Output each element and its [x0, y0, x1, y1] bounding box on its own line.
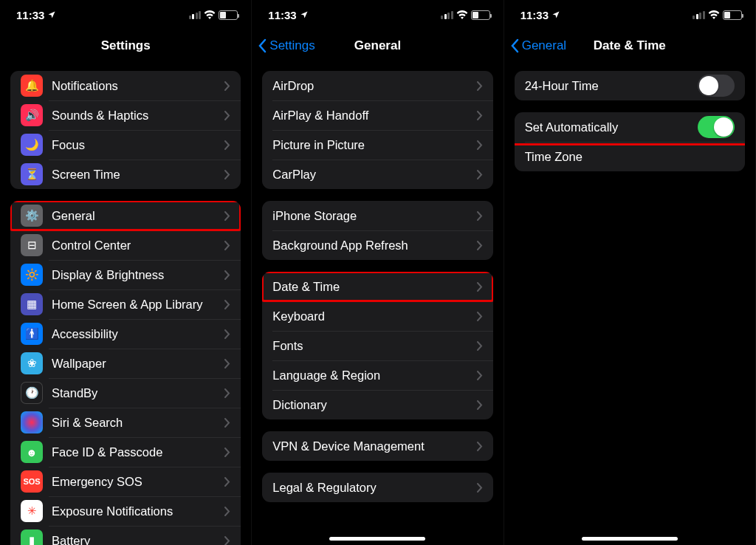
- row-dictionary[interactable]: Dictionary: [262, 390, 492, 419]
- chevron-right-icon: [224, 418, 230, 428]
- signal-icon: [693, 11, 705, 19]
- row-label: CarPlay: [272, 168, 476, 182]
- row-screen-time[interactable]: ⏳ Screen Time: [10, 160, 241, 189]
- date-time-list[interactable]: 24-Hour Time Set Automatically Time Zone: [504, 62, 755, 545]
- signal-icon: [441, 11, 453, 19]
- wifi-icon: [708, 10, 720, 19]
- row-pip[interactable]: Picture in Picture: [262, 130, 492, 160]
- row-home-screen[interactable]: ▦ Home Screen & App Library: [10, 289, 241, 319]
- chevron-right-icon: [224, 388, 230, 398]
- row-label: General: [52, 209, 224, 223]
- row-label: Picture in Picture: [272, 138, 476, 152]
- page-title: Settings: [101, 38, 151, 53]
- row-keyboard[interactable]: Keyboard: [262, 301, 492, 331]
- group-auto: Set Automatically Time Zone: [515, 112, 745, 171]
- row-airdrop[interactable]: AirDrop: [262, 71, 492, 100]
- row-standby[interactable]: 🕐 StandBy: [10, 378, 241, 408]
- row-24-hour-time[interactable]: 24-Hour Time: [515, 71, 745, 100]
- status-time: 11:33: [16, 9, 44, 21]
- general-list[interactable]: AirDrop AirPlay & Handoff Picture in Pic…: [252, 62, 503, 545]
- toggle-set-automatically[interactable]: [698, 116, 735, 138]
- row-label: Fonts: [272, 339, 476, 353]
- row-set-automatically[interactable]: Set Automatically: [515, 112, 745, 142]
- row-time-zone[interactable]: Time Zone: [515, 142, 745, 171]
- row-label: AirPlay & Handoff: [272, 109, 476, 123]
- battery-row-icon: ▮: [21, 529, 43, 545]
- back-button[interactable]: General: [510, 30, 566, 62]
- row-label: Screen Time: [52, 168, 224, 182]
- chevron-right-icon: [224, 140, 230, 150]
- chevron-right-icon: [477, 282, 483, 292]
- row-face-id[interactable]: ☻ Face ID & Passcode: [10, 437, 241, 467]
- home-indicator[interactable]: [329, 537, 425, 541]
- chevron-right-icon: [477, 81, 483, 91]
- chevron-right-icon: [477, 400, 483, 410]
- pane-date-time: 11:33 6 General Date & Time 24-Hour Time…: [504, 0, 756, 545]
- row-language-region[interactable]: Language & Region: [262, 360, 492, 390]
- status-bar: 11:33 6: [504, 0, 755, 30]
- chevron-right-icon: [224, 300, 230, 309]
- row-emergency-sos[interactable]: SOS Emergency SOS: [10, 467, 241, 496]
- row-label: Dictionary: [272, 398, 476, 412]
- status-bar: 11:33 6: [0, 0, 251, 30]
- wifi-icon: [456, 10, 468, 19]
- row-accessibility[interactable]: 🚹 Accessibility: [10, 319, 241, 349]
- row-label: Date & Time: [272, 280, 476, 294]
- row-fonts[interactable]: Fonts: [262, 331, 492, 360]
- home-screen-icon: ▦: [21, 293, 43, 315]
- back-button[interactable]: Settings: [258, 30, 315, 62]
- notifications-icon: 🔔: [21, 75, 43, 97]
- row-label: Language & Region: [272, 369, 476, 383]
- wallpaper-icon: ❀: [21, 352, 43, 374]
- row-legal[interactable]: Legal & Regulatory: [262, 473, 492, 502]
- chevron-right-icon: [477, 111, 483, 120]
- row-label: Background App Refresh: [272, 239, 476, 253]
- row-background-refresh[interactable]: Background App Refresh: [262, 230, 492, 260]
- chevron-right-icon: [477, 241, 483, 250]
- row-vpn[interactable]: VPN & Device Management: [262, 431, 492, 461]
- location-icon: [47, 10, 56, 19]
- page-title: Date & Time: [594, 38, 666, 53]
- chevron-right-icon: [224, 211, 230, 221]
- row-control-center[interactable]: ⊟ Control Center: [10, 230, 241, 260]
- row-display-brightness[interactable]: 🔆 Display & Brightness: [10, 260, 241, 289]
- row-carplay[interactable]: CarPlay: [262, 160, 492, 189]
- focus-icon: 🌙: [21, 134, 43, 156]
- row-label: Keyboard: [272, 309, 476, 323]
- group-24hour: 24-Hour Time: [515, 71, 745, 100]
- row-battery[interactable]: ▮ Battery: [10, 526, 241, 545]
- chevron-right-icon: [477, 140, 483, 150]
- row-label: Control Center: [52, 239, 224, 253]
- row-label: Display & Brightness: [52, 268, 224, 282]
- group-general: ⚙️ General ⊟ Control Center 🔆 Display & …: [10, 201, 241, 545]
- group-keyboard: Date & Time Keyboard Fonts Language & Re…: [262, 272, 492, 419]
- chevron-right-icon: [477, 312, 483, 321]
- row-siri[interactable]: Siri & Search: [10, 408, 241, 437]
- row-notifications[interactable]: 🔔 Notifications: [10, 71, 241, 100]
- chevron-right-icon: [224, 536, 230, 546]
- chevron-right-icon: [224, 359, 230, 369]
- row-label: Sounds & Haptics: [52, 109, 224, 123]
- row-iphone-storage[interactable]: iPhone Storage: [262, 201, 492, 230]
- status-bar: 11:33 6: [252, 0, 503, 30]
- back-label: General: [522, 38, 566, 53]
- settings-list[interactable]: 🔔 Notifications 🔊 Sounds & Haptics 🌙 Foc…: [0, 62, 251, 545]
- row-airplay[interactable]: AirPlay & Handoff: [262, 100, 492, 130]
- row-label: StandBy: [52, 386, 224, 400]
- row-date-time[interactable]: Date & Time: [262, 272, 492, 301]
- row-focus[interactable]: 🌙 Focus: [10, 130, 241, 160]
- chevron-right-icon: [224, 448, 230, 457]
- row-exposure-notifications[interactable]: ✳︎ Exposure Notifications: [10, 496, 241, 526]
- row-label: Set Automatically: [525, 120, 698, 134]
- pane-general: 11:33 6 Settings General AirDrop AirPlay…: [252, 0, 504, 545]
- row-general[interactable]: ⚙️ General: [10, 201, 241, 230]
- row-wallpaper[interactable]: ❀ Wallpaper: [10, 349, 241, 378]
- chevron-right-icon: [224, 270, 230, 280]
- chevron-right-icon: [224, 111, 230, 120]
- toggle-24-hour[interactable]: [698, 75, 735, 97]
- exposure-icon: ✳︎: [21, 500, 43, 522]
- home-indicator[interactable]: [582, 537, 678, 541]
- row-label: Legal & Regulatory: [272, 481, 476, 495]
- battery-icon: 6: [219, 10, 238, 20]
- row-sounds-haptics[interactable]: 🔊 Sounds & Haptics: [10, 100, 241, 130]
